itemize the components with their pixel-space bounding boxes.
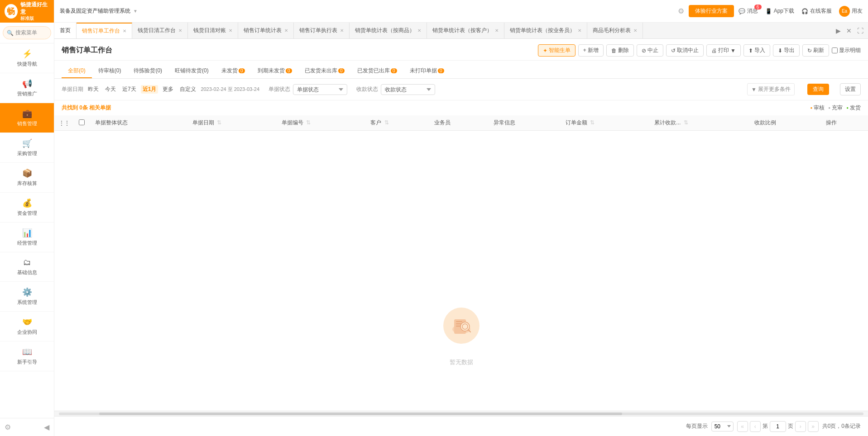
sidebar-item-inventory[interactable]: 📦 库存核算: [0, 163, 54, 193]
status-select[interactable]: 单据状态: [293, 84, 347, 95]
last-page-button[interactable]: »: [808, 421, 819, 432]
th-number[interactable]: 单据编号 ⇅: [277, 115, 366, 131]
review-action[interactable]: 审核: [810, 104, 825, 112]
tab-sales-workbench[interactable]: 销售订单工作台 ✕: [77, 23, 132, 38]
print-button[interactable]: 🖨 打印 ▼: [706, 44, 741, 57]
sort-icon[interactable]: ⇅: [217, 119, 221, 126]
settings-icon[interactable]: ⚙: [678, 7, 684, 15]
tab-home[interactable]: 首页: [54, 23, 77, 38]
sidebar-item-finance[interactable]: 💰 资金管理: [0, 193, 54, 223]
export-button[interactable]: ⬇ 导出: [773, 44, 800, 57]
new-button[interactable]: + 新增: [578, 44, 604, 57]
next-page-button[interactable]: ›: [795, 421, 806, 432]
tab-sales-summary-staff[interactable]: 销货单统计表（按业务员） ✕: [504, 23, 587, 38]
tab-close-icon[interactable]: ✕: [178, 28, 182, 33]
date-opt-last7days[interactable]: 近7天: [120, 85, 138, 94]
payment-select[interactable]: 收款状态: [381, 84, 435, 95]
subtab-overdue-not-shipped[interactable]: 到期未发货0: [251, 64, 298, 78]
th-customer[interactable]: 客户 ⇅: [366, 115, 430, 131]
sidebar-item-purchase[interactable]: 🛒 采购管理: [0, 133, 54, 163]
ai-generate-button[interactable]: ✦ 智能生单: [538, 44, 575, 57]
app-download-button[interactable]: 📱 App下载: [765, 7, 794, 15]
cancel-pause-button[interactable]: ↺ 取消中止: [666, 44, 704, 57]
sort-icon[interactable]: ⇅: [684, 119, 688, 126]
tab-close-icon[interactable]: ✕: [340, 28, 344, 33]
industry-solution-button[interactable]: 体验行业方案: [689, 5, 734, 17]
subtab-wangpu-pending[interactable]: 旺铺待发货(0): [168, 64, 215, 78]
subtab-shipped-out[interactable]: 已发货已出库0: [351, 64, 403, 78]
th-staff[interactable]: 业务员: [430, 115, 489, 131]
date-opt-last1month[interactable]: 近1月: [141, 85, 158, 94]
th-abnormal[interactable]: 异常信息: [489, 115, 561, 131]
subtab-pending-inspect[interactable]: 待拣验货(0): [127, 64, 168, 78]
sidebar-item-guide[interactable]: 📖 新手引导: [0, 341, 54, 371]
query-button[interactable]: 查询: [807, 84, 829, 95]
subtab-shipped-not-out[interactable]: 已发货未出库0: [298, 64, 351, 78]
tab-close-icon[interactable]: ✕: [578, 28, 581, 33]
date-opt-custom[interactable]: 自定义: [178, 85, 198, 94]
message-button[interactable]: 💬 消息 6: [739, 7, 758, 15]
sidebar-item-operation[interactable]: 📊 经营管理: [0, 223, 54, 252]
tab-close-icon[interactable]: ✕: [284, 28, 288, 33]
delete-button[interactable]: 🗑 删除: [606, 44, 634, 57]
refresh-button[interactable]: ↻ 刷新: [802, 44, 829, 57]
th-ratio[interactable]: 收款比例: [750, 115, 822, 131]
scrollbar-thumb[interactable]: [99, 412, 622, 415]
online-service-button[interactable]: 🎧 在线客服: [801, 7, 832, 15]
first-page-button[interactable]: «: [737, 421, 748, 432]
th-status[interactable]: 单据整体状态: [91, 115, 188, 131]
sort-icon[interactable]: ⇅: [384, 119, 389, 126]
sort-icon[interactable]: ⇅: [590, 119, 595, 126]
settings-bottom-icon[interactable]: ⚙: [5, 423, 11, 431]
horizontal-scrollbar[interactable]: [54, 411, 868, 416]
tab-sales-exec[interactable]: 销售订单执行表 ✕: [294, 23, 350, 38]
tab-sales-summary-customer[interactable]: 销货单统计表（按客户） ✕: [427, 23, 504, 38]
subtab-all[interactable]: 全部(0): [62, 64, 92, 78]
import-button[interactable]: ⬆ 导入: [743, 44, 770, 57]
page-input[interactable]: [770, 421, 786, 432]
tab-scroll-right-icon[interactable]: ▶: [834, 26, 843, 35]
tab-cash-reconcile[interactable]: 钱货日清对账 ✕: [188, 23, 238, 38]
scrollbar-track[interactable]: [59, 412, 863, 415]
sidebar-item-marketing[interactable]: 📢 营销推广: [0, 73, 54, 103]
ship-action[interactable]: 发货: [846, 104, 861, 112]
sidebar-item-basic[interactable]: 🗂 基础信息: [0, 252, 54, 282]
prev-page-button[interactable]: ‹: [750, 421, 761, 432]
sort-icon[interactable]: ⇅: [306, 119, 311, 126]
subtab-not-shipped[interactable]: 未发货0: [215, 64, 251, 78]
tab-product-margin[interactable]: 商品毛利分析表 ✕: [587, 23, 643, 38]
tab-close-icon[interactable]: ✕: [229, 28, 232, 33]
tab-close-all-icon[interactable]: ✕: [844, 26, 854, 35]
th-date[interactable]: 单据日期 ⇅: [188, 115, 277, 131]
pause-button[interactable]: ⊘ 中止: [637, 44, 663, 57]
date-opt-yesterday[interactable]: 昨天: [86, 85, 101, 94]
show-detail-checkbox[interactable]: [832, 47, 838, 53]
tab-close-icon[interactable]: ✕: [417, 28, 421, 33]
per-page-select[interactable]: 50 20 100: [711, 422, 734, 431]
expand-filter-button[interactable]: ▼ 展开更多条件: [747, 83, 795, 95]
tab-close-icon[interactable]: ✕: [633, 28, 637, 33]
th-checkbox[interactable]: [74, 115, 91, 131]
select-all-checkbox[interactable]: [79, 119, 85, 125]
subtab-not-printed[interactable]: 未打印单据0: [403, 64, 451, 78]
tab-cash-daily[interactable]: 钱货日清工作台 ✕: [132, 23, 188, 38]
th-amount[interactable]: 订单金额 ⇅: [561, 115, 650, 131]
sidebar-item-system[interactable]: ⚙️ 系统管理: [0, 282, 54, 312]
subtab-pending-review[interactable]: 待审核(0): [92, 64, 128, 78]
cancel-review-action[interactable]: 充审: [828, 104, 843, 112]
sidebar-item-quicknav[interactable]: ⚡ 快捷导航: [0, 43, 54, 73]
show-detail-checkbox-label[interactable]: 显示明细: [832, 47, 861, 54]
print-dropdown-icon[interactable]: ▼: [730, 47, 736, 54]
sidebar-item-collab[interactable]: 🤝 企业协同: [0, 312, 54, 341]
date-opt-today[interactable]: 今天: [103, 85, 118, 94]
tab-maximize-icon[interactable]: ⛶: [855, 26, 865, 35]
settings-filter-button[interactable]: 设置: [840, 83, 861, 95]
tab-close-icon[interactable]: ✕: [123, 28, 126, 33]
th-collected[interactable]: 累计收款... ⇅: [650, 115, 749, 131]
tab-sales-summary-product[interactable]: 销货单统计表（按商品） ✕: [350, 23, 427, 38]
tab-close-icon[interactable]: ✕: [495, 28, 499, 33]
collapse-sidebar-icon[interactable]: ◀: [44, 423, 49, 431]
sidebar-item-sales[interactable]: 💼 销售管理: [0, 103, 54, 133]
tab-sales-stat[interactable]: 销售订单统计表 ✕: [238, 23, 294, 38]
date-opt-more[interactable]: 更多: [161, 85, 175, 94]
